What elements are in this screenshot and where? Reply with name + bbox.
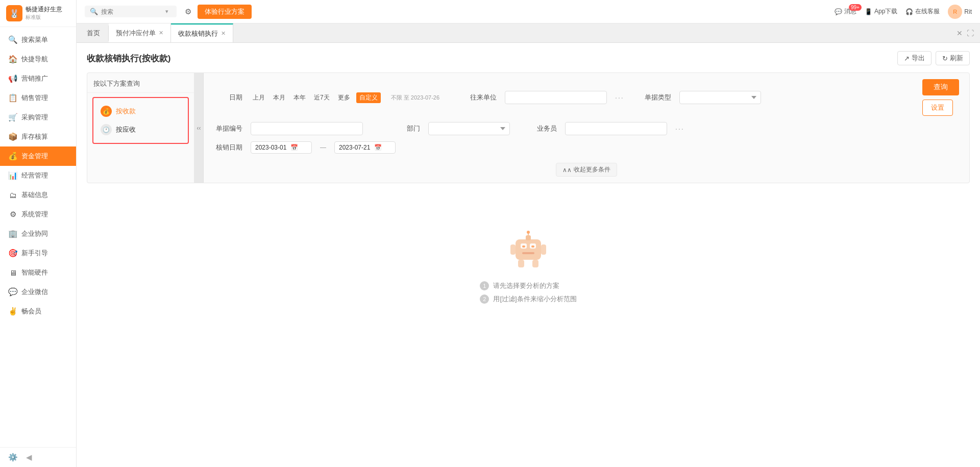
sidebar-item-weixin[interactable]: 💬企业微信 [0,282,76,302]
filter-row-1: 日期 上月 本月 本年 近7天 更多 自定义 不限 至 2023-07-26 往… [214,79,959,116]
sidebar-item-search[interactable]: 🔍搜索菜单 [0,30,76,50]
finance-sidebar-icon: 💰 [8,152,17,161]
receipt-option-label: 按收款 [116,107,136,116]
svg-rect-12 [532,260,538,267]
filter-left-panel: 按以下方案查询 💰 按收款 🕐 按应收 [87,73,194,183]
sidebar-item-hardware[interactable]: 🖥智能硬件 [0,263,76,282]
industry-btn[interactable]: 体验行业方案 [198,5,252,19]
tab-home[interactable]: 首页 [79,26,109,41]
search-icon: 🔍 [90,8,98,15]
filter-row-2: 单据编号 部门 业务员 ··· [214,122,959,135]
sidebar-item-vip[interactable]: ✌畅会员 [0,302,76,321]
system-sidebar-icon: ⚙ [8,210,17,219]
doc-no-input[interactable] [251,122,363,135]
date-label: 日期 [214,93,242,102]
partner-input[interactable] [505,91,607,104]
sidebar-item-marketing[interactable]: 📢营销推广 [0,69,76,88]
inventory-sidebar-icon: 📦 [8,132,17,141]
filter-option-receivable[interactable]: 🕐 按应收 [93,120,188,139]
sidebar-item-sales[interactable]: 📋销售管理 [0,88,76,108]
sidebar-label-marketing: 营销推广 [21,74,48,83]
filter-section: 按以下方案查询 💰 按收款 🕐 按应收 ‹‹ [87,72,970,183]
collapse-more-btn[interactable]: ∧∧ 收起更多条件 [556,163,617,177]
date-last-month[interactable]: 上月 [251,92,267,103]
filter-collapse-handle[interactable]: ‹‹ [194,73,204,183]
sidebar-menu: 🔍搜索菜单🏠快捷导航📢营销推广📋销售管理🛒采购管理📦库存核算💰资金管理📊经营管理… [0,27,76,447]
sidebar-item-inventory[interactable]: 📦库存核算 [0,127,76,146]
sidebar-item-finance[interactable]: 💰资金管理 [0,146,76,166]
svg-point-8 [527,231,530,234]
export-btn[interactable]: ↗ 导出 [897,51,932,65]
doc-type-select[interactable] [679,91,761,104]
tip-num-2: 2 [480,294,489,304]
date-custom[interactable]: 自定义 [356,92,381,103]
setting-btn[interactable]: 设置 [922,100,953,116]
verify-date-label: 核销日期 [214,143,242,152]
settings-icon[interactable]: ⚙️ [8,453,18,462]
search-input[interactable] [101,8,162,15]
tab-receivable[interactable]: 收款核销执行 ✕ [171,23,233,42]
tip-text-1: 请先选择要分析的方案 [493,281,559,290]
partner-label: 往来单位 [468,93,497,102]
header-search-box[interactable]: 🔍 ▾ [85,6,177,17]
receivable-option-icon: 🕐 [101,124,112,135]
query-btn[interactable]: 查询 [922,79,959,95]
app-name: 畅捷通好生意 [26,6,62,14]
sidebar-label-guide: 新手引导 [21,249,48,258]
sidebar-label-system: 系统管理 [21,210,48,219]
dept-select[interactable] [428,122,510,135]
sidebar-label-finance: 资金管理 [21,152,48,161]
tab-bar: 首页 预付冲应付单 ✕ 收款核销执行 ✕ ✕ ⛶ [77,23,980,43]
filter-option-receipt[interactable]: 💰 按收款 [93,102,188,120]
logo-icon: 🐰 [6,5,22,21]
tab-expand-icon[interactable]: ⛶ [967,29,974,37]
sidebar-item-guide[interactable]: 🎯新手引导 [0,243,76,263]
sidebar-label-quick-nav: 快捷导航 [21,55,48,64]
sidebar-label-inventory: 库存核算 [21,132,48,141]
sidebar-item-enterprise[interactable]: 🏢企业协同 [0,224,76,243]
date-this-month[interactable]: 本月 [271,92,287,103]
message-count: 99+ [849,4,862,11]
staff-label: 业务员 [528,124,557,133]
staff-input[interactable] [565,122,667,135]
date-shortcuts-group: 上月 本月 本年 近7天 更多 自定义 [251,92,381,103]
collapse-up-icon: ∧∧ [562,166,572,174]
sidebar-item-basic[interactable]: 🗂基础信息 [0,185,76,205]
customer-service-link[interactable]: 🎧 在线客服 [905,7,940,16]
app-download-link[interactable]: 📱 App下载 [865,7,897,16]
app-edition: 标准版 [26,14,62,21]
message-icon: 💬 [835,8,842,15]
tab-receivable-close-icon[interactable]: ✕ [221,30,226,37]
search-sidebar-icon: 🔍 [8,35,17,44]
date-this-year[interactable]: 本年 [291,92,308,103]
sidebar-item-operations[interactable]: 📊经营管理 [0,166,76,185]
tab-close-window-icon[interactable]: ✕ [957,29,963,37]
sales-sidebar-icon: 📋 [8,93,17,103]
settings-gear-icon[interactable]: ⚙ [185,7,191,16]
avatar: R [948,5,962,19]
verify-date-start[interactable]: 2023-03-01 📅 [251,141,312,154]
user-profile[interactable]: R Rit [948,5,972,19]
doc-type-label: 单据类型 [643,93,671,102]
sidebar-item-purchase[interactable]: 🛒采购管理 [0,108,76,127]
purchase-sidebar-icon: 🛒 [8,113,17,122]
refresh-btn[interactable]: ↻ 刷新 [936,51,970,65]
date-more[interactable]: 更多 [336,92,352,103]
staff-more-icon[interactable]: ··· [675,125,684,133]
tab-prepay-close-icon[interactable]: ✕ [159,30,163,36]
collapse-icon[interactable]: ◀ [26,453,32,462]
sidebar-item-system[interactable]: ⚙系统管理 [0,205,76,224]
verify-date-end[interactable]: 2023-07-21 📅 [334,141,396,154]
message-badge[interactable]: 💬 消息 99+ [835,7,856,16]
tip-num-1: 1 [480,281,489,290]
sidebar-label-search: 搜索菜单 [21,35,48,44]
sidebar-item-quick-nav[interactable]: 🏠快捷导航 [0,50,76,69]
service-icon: 🎧 [905,8,913,15]
tab-prepay[interactable]: 预付冲应付单 ✕ [109,23,171,42]
filter-row-3: 核销日期 2023-03-01 📅 — 2023-07-21 📅 [214,141,959,154]
partner-more-icon[interactable]: ··· [615,93,624,102]
refresh-icon: ↻ [942,55,948,62]
filter-right-panel: 日期 上月 本月 本年 近7天 更多 自定义 不限 至 2023-07-26 往… [204,73,969,183]
date-7days[interactable]: 近7天 [312,92,332,103]
search-chevron-icon[interactable]: ▾ [165,8,168,15]
